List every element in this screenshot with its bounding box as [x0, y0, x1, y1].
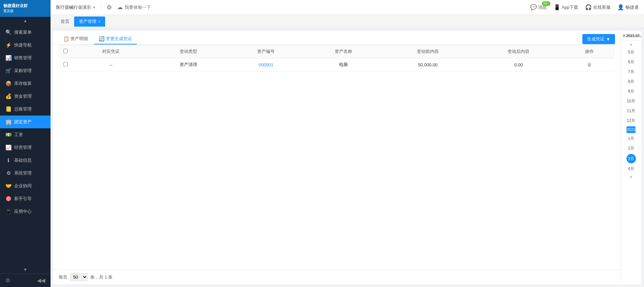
asset-table: 对应凭证 变动类型 资产编号 资产名称 变动前内容 变动后内容 操作 -- 资产… [59, 45, 615, 71]
panel-close-icon[interactable]: ✕ [622, 33, 626, 38]
online-service-label: 在线客服 [593, 4, 611, 10]
collapse-sidebar-icon[interactable]: ◀◀ [37, 277, 45, 284]
sidebar-item-inventory[interactable]: 📦 库存核算 [0, 77, 51, 90]
cell-before: 50,000.00 [382, 58, 473, 71]
sidebar-label-ledger: 总账管理 [14, 106, 32, 112]
sidebar-header: 畅捷通好业财 普及版 [0, 0, 51, 17]
topbar: 医疗器械行业演示 ▼ | ⚙ ☁ 我要体验一下 💬 消息 99+ 📱 App下载… [51, 0, 644, 15]
page-size-select[interactable]: 50 10 20 100 [70, 273, 88, 281]
total-records: 条，共 1 条 [90, 274, 113, 280]
sidebar-item-purchase[interactable]: 🛒 采购管理 [0, 64, 51, 77]
sidebar-label-operations: 经营管理 [14, 145, 32, 151]
calendar-month-prev[interactable]: 7月 [621, 67, 641, 77]
sidebar-label-payroll: 工资 [14, 132, 23, 138]
sidebar-item-system[interactable]: ⚙ 系统管理 [0, 167, 51, 180]
topbar-settings-icon[interactable]: ⚙ [106, 4, 112, 11]
sidebar-item-funds[interactable]: 💰 资金管理 [0, 90, 51, 103]
col-before: 变动前内容 [382, 45, 473, 58]
sidebar-label-system: 系统管理 [14, 170, 32, 176]
app-download-button[interactable]: 📱 App下载 [554, 4, 578, 10]
delete-row-icon[interactable]: 🗑 [587, 62, 592, 67]
panel-header-text: 2023.03 [626, 34, 640, 38]
calendar-month-prev[interactable]: 12月 [621, 116, 641, 126]
user-profile-button[interactable]: 👤 畅捷通 [617, 4, 639, 10]
sub-tab-asset-detail[interactable]: 📋 资产明细 [59, 34, 93, 44]
table-icon: 📋 [63, 36, 69, 41]
row-checkbox[interactable] [63, 62, 68, 66]
calendar-month-prev[interactable]: 9月 [621, 87, 641, 96]
generate-voucher-button[interactable]: 生成凭证 ▼ [582, 34, 615, 44]
calendar-month-prev[interactable]: 11月 [621, 106, 641, 116]
sidebar-label-enterprise: 企业协同 [14, 183, 32, 189]
calendar-scroll-up[interactable]: ▲ [629, 41, 633, 47]
main-area: 医疗器械行业演示 ▼ | ⚙ ☁ 我要体验一下 💬 消息 99+ 📱 App下载… [51, 0, 644, 287]
sidebar-nav: 🔍 搜索菜单 ⚡ 快捷导航 📊 销售管理 🛒 采购管理 📦 库存核算 💰 资金管… [0, 25, 51, 266]
sidebar-scroll-down[interactable]: ▼ [0, 266, 51, 274]
select-all-checkbox[interactable] [63, 49, 68, 53]
dropdown-arrow-icon: ▼ [92, 5, 96, 9]
sidebar-item-enterprise[interactable]: 🤝 企业协同 [0, 180, 51, 192]
funds-icon: 💰 [5, 93, 11, 99]
payroll-icon: 💵 [5, 132, 11, 138]
message-badge: 99+ [542, 1, 550, 6]
experience-button[interactable]: ☁ 我要体验一下 [117, 4, 151, 10]
calendar-panel: ✕ 2023.03 ⤢ ▲ 5月6月7月8月9月10月11月12月 2023 1… [620, 31, 641, 284]
search-icon: 🔍 [5, 29, 11, 35]
sidebar-item-ledger[interactable]: 📒 总账管理 [0, 103, 51, 116]
sidebar-label-sales: 销售管理 [14, 55, 32, 61]
calendar-scroll-down[interactable]: ▼ [629, 174, 633, 181]
year-2023-indicator[interactable]: 2023 [626, 126, 636, 133]
sidebar-item-quick-nav[interactable]: ⚡ 快捷导航 [0, 39, 51, 52]
enterprise-icon: 🤝 [5, 183, 11, 189]
col-actions: 操作 [564, 45, 615, 58]
sidebar-item-sales[interactable]: 📊 销售管理 [0, 52, 51, 64]
sidebar-label-inventory: 库存核算 [14, 81, 32, 87]
message-button[interactable]: 💬 消息 99+ [530, 4, 547, 10]
sidebar-item-guide[interactable]: 🎯 新手引导 [0, 192, 51, 205]
tabbar: 首页 资产管理 × [51, 15, 644, 28]
app-download-label: App下载 [562, 4, 578, 10]
col-after: 变动后内容 [473, 45, 564, 58]
sub-tab-change-voucher-label: 变更生成凭证 [106, 36, 132, 42]
asset-panel: 📋 资产明细 🔄 变更生成凭证 生成凭证 ▼ [53, 31, 620, 284]
sidebar-item-fixed-assets[interactable]: 🏢 固定资产 [0, 116, 51, 128]
sidebar-label-guide: 新手引导 [14, 196, 32, 202]
sidebar-item-search[interactable]: 🔍 搜索菜单 [0, 26, 51, 39]
cell-voucher: -- [72, 58, 150, 71]
calendar-month-prev[interactable]: 8月 [621, 77, 641, 87]
sales-icon: 📊 [5, 55, 11, 61]
calendar-month[interactable]: 2月 [621, 144, 641, 153]
experience-text: 我要体验一下 [125, 4, 151, 10]
sidebar-item-app-center[interactable]: 📱 应用中心 [0, 205, 51, 218]
cell-after: 0.00 [473, 58, 564, 71]
change-icon: 🔄 [99, 36, 104, 41]
calendar-active-month[interactable]: 3月 [626, 154, 636, 163]
sidebar-item-basic-info[interactable]: ℹ 基础信息 [0, 154, 51, 167]
sub-tab-change-voucher[interactable]: 🔄 变更生成凭证 [94, 34, 137, 44]
sidebar-item-payroll[interactable]: 💵 工资 [0, 128, 51, 141]
content-area: 📋 资产明细 🔄 变更生成凭证 生成凭证 ▼ [53, 31, 641, 284]
sidebar-scroll-up[interactable]: ▲ [0, 17, 51, 25]
panel-expand-icon[interactable]: ⤢ [640, 33, 641, 38]
per-page-label: 每页 [59, 274, 67, 280]
sidebar-label-search: 搜索菜单 [14, 29, 32, 35]
table-container: 对应凭证 变动类型 资产编号 资产名称 变动前内容 变动后内容 操作 -- 资产… [53, 45, 620, 269]
calendar-month[interactable]: 1月 [621, 134, 641, 144]
generate-label: 生成凭证 [587, 36, 605, 42]
calendar-month-prev[interactable]: 6月 [621, 57, 641, 67]
basic-info-icon: ℹ [5, 157, 11, 163]
calendar-month-prev[interactable]: 10月 [621, 96, 641, 106]
online-service-button[interactable]: 🎧 在线客服 [585, 4, 611, 10]
tab-asset-label: 资产管理 [79, 19, 96, 25]
sidebar: 畅捷通好业财 普及版 ▲ 🔍 搜索菜单 ⚡ 快捷导航 📊 销售管理 🛒 采购管理… [0, 0, 51, 287]
settings-gear-icon[interactable]: ⚙ [5, 277, 10, 284]
calendar-month-prev[interactable]: 5月 [621, 47, 641, 57]
avatar-icon: 👤 [617, 4, 624, 10]
tab-asset-management[interactable]: 资产管理 × [74, 17, 105, 27]
sidebar-label-basic-info: 基础信息 [14, 157, 32, 163]
company-selector[interactable]: 医疗器械行业演示 ▼ [56, 4, 96, 10]
tab-home[interactable]: 首页 [56, 17, 74, 27]
tab-close-icon[interactable]: × [98, 20, 100, 24]
calendar-month[interactable]: 4月 [621, 164, 641, 174]
sidebar-item-operations[interactable]: 📈 经营管理 [0, 141, 51, 154]
